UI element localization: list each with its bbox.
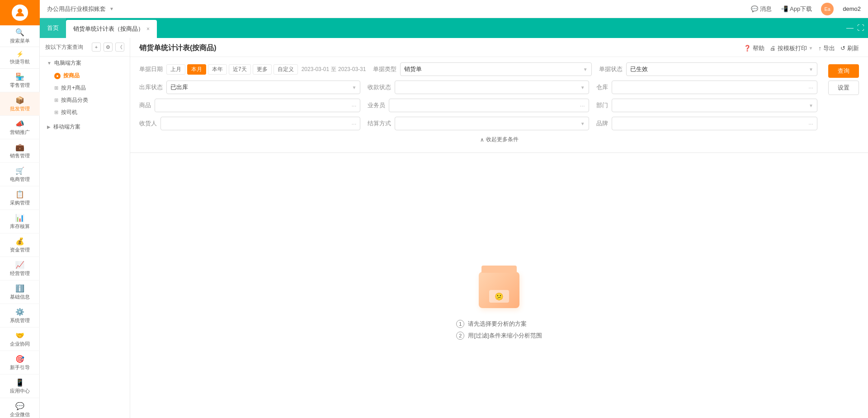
newguide-icon: 🎯	[15, 355, 24, 363]
collect-status-label: 收款状态	[368, 83, 391, 91]
tab-minimize-btn[interactable]: —	[846, 24, 854, 32]
help-label: 帮助	[753, 44, 764, 52]
salesperson-label: 业务员	[368, 101, 385, 109]
sidebar-item-marketing[interactable]: 📣 营销推广	[0, 116, 40, 139]
app-download-btn[interactable]: 📲 App下载	[781, 5, 812, 13]
settlement-select[interactable]: ▼	[395, 117, 589, 130]
sidebar-item-appcenter[interactable]: 📱 应用中心	[0, 375, 40, 398]
empty-text: 1 请先选择要分析的方案 2 用[过滤]条件来缩小分析范围	[456, 320, 542, 340]
message-btn[interactable]: 💬 消息	[751, 5, 772, 13]
industry-label: 办公用品行业模拟账套	[47, 5, 106, 13]
collapse-filter-btn[interactable]: ∧ 收起更多条件	[480, 136, 519, 143]
brand-select[interactable]: ···	[612, 117, 817, 130]
marketing-label: 营销推广	[10, 129, 30, 136]
sidebar-item-corpwechat[interactable]: 💬 企业微信	[0, 398, 40, 418]
step-1-label: 请先选择要分析的方案	[468, 320, 527, 328]
svg-point-0	[18, 9, 22, 13]
inventory-icon: 📊	[15, 214, 24, 222]
tab-active[interactable]: 销货单统计计表（按商品） ×	[66, 20, 157, 38]
sidebar-item-ecommerce[interactable]: 🛒 电商管理	[0, 163, 40, 186]
quicknav-item[interactable]: ⚡ 快捷导航	[0, 47, 40, 69]
tree-item-by-category[interactable]: ⊞ 按商品分类	[40, 94, 130, 106]
settlement-arrow: ▼	[580, 121, 585, 126]
retail-icon: 🏪	[15, 72, 24, 81]
doc-status-select[interactable]: 已生效 ▼	[626, 62, 817, 76]
sidebar-item-inventory[interactable]: 📊 库存核算	[0, 210, 40, 233]
procurement-label: 采购管理	[10, 200, 30, 206]
sidebar-item-wholesale[interactable]: 📦 批发管理	[0, 92, 40, 116]
tree-item-by-category-label: 按商品分类	[61, 96, 88, 104]
page-title: 销货单统计计表(按商品)	[139, 43, 217, 53]
tab-home[interactable]: 首页	[40, 18, 66, 38]
out-status-select[interactable]: 已出库 ▼	[166, 81, 360, 94]
sidebar-item-system[interactable]: ⚙️ 系统管理	[0, 304, 40, 328]
date-pill-this-year[interactable]: 本年	[208, 64, 227, 75]
ecommerce-label: 电商管理	[10, 176, 30, 183]
app-download-icon: 📲	[781, 5, 788, 12]
tree-expand-icon: ▼	[47, 61, 52, 66]
date-pill-more[interactable]: 更多	[253, 64, 272, 75]
sidebar-item-procurement[interactable]: 📋 采购管理	[0, 186, 40, 210]
tree-item-by-month-goods[interactable]: ⊞ 按月+商品	[40, 82, 130, 94]
receiver-ellipsis[interactable]: ···	[351, 120, 356, 127]
avatar[interactable]: Ea	[821, 3, 834, 15]
sidebar-item-operations[interactable]: 📈 经营管理	[0, 257, 40, 280]
tree-item-by-cashier[interactable]: ⊞ 按司机	[40, 106, 130, 119]
date-pill-custom[interactable]: 自定义	[274, 64, 298, 75]
logo-icon	[12, 5, 28, 21]
tab-close-btn[interactable]: ×	[146, 26, 150, 32]
tree-item-grid-icon-1: ⊞	[54, 85, 58, 91]
date-range-separator: 至	[331, 66, 336, 73]
finance-label: 资金管理	[10, 247, 30, 253]
sidebar-item-retail[interactable]: 🏪 零售管理	[0, 69, 40, 92]
sidebar-item-newguide[interactable]: 🎯 新手引导	[0, 351, 40, 375]
empty-step-1: 1 请先选择要分析的方案	[456, 320, 542, 328]
search-menu-item[interactable]: 🔍 搜索菜单	[0, 25, 40, 47]
basic-icon: ℹ️	[15, 284, 24, 293]
brand-ellipsis[interactable]: ···	[808, 120, 813, 127]
date-range-start: 2023-03-01	[302, 66, 329, 72]
doc-type-select[interactable]: 销货单 ▼	[400, 62, 591, 76]
print-dropdown-icon[interactable]: ▼	[809, 46, 813, 51]
export-btn[interactable]: ↑ 导出	[819, 44, 835, 52]
tree-section-mobile[interactable]: ▶ 移动端方案	[40, 120, 130, 133]
print-btn[interactable]: 🖨 按模板打印 ▼	[770, 44, 813, 52]
settings-button[interactable]: 设置	[828, 81, 859, 95]
refresh-btn[interactable]: ↺ 刷新	[840, 44, 859, 52]
goods-ellipsis[interactable]: ···	[351, 102, 356, 109]
help-btn[interactable]: ❓ 帮助	[744, 44, 764, 52]
tree-item-by-goods[interactable]: ● 按商品	[40, 70, 130, 82]
collect-status-select[interactable]: ▼	[395, 81, 589, 94]
sidebar-item-basic[interactable]: ℹ️ 基础信息	[0, 280, 40, 304]
warehouse-ellipsis[interactable]: ···	[808, 84, 813, 91]
logo[interactable]	[0, 0, 40, 25]
tab-expand-btn[interactable]: ⛶	[857, 24, 864, 32]
sidebar-item-sales[interactable]: 💼 销售管理	[0, 139, 40, 163]
tree-section-pc[interactable]: ▼ 电脑端方案	[40, 57, 130, 70]
receiver-label: 收货人	[139, 119, 157, 128]
receiver-select[interactable]: ···	[160, 117, 360, 130]
add-scheme-btn[interactable]: +	[92, 43, 101, 52]
date-pill-last-month[interactable]: 上月	[166, 64, 185, 75]
settings-scheme-btn[interactable]: ⚙	[104, 43, 113, 52]
user-name[interactable]: demo2	[843, 5, 861, 12]
goods-select[interactable]: ···	[155, 99, 360, 112]
industry-dropdown-arrow[interactable]: ▼	[109, 6, 114, 11]
sidebar: 🔍 搜索菜单 ⚡ 快捷导航 🏪 零售管理 📦 批发管理 📣 营销推广 💼 销售管…	[0, 0, 40, 418]
doc-type-arrow: ▼	[583, 67, 588, 72]
filter-area: 单据日期 上月 本月 本年 近7天 更多 自定义	[130, 57, 868, 153]
collapse-panel-btn[interactable]: 《	[115, 43, 124, 52]
date-pill-this-month[interactable]: 本月	[187, 64, 206, 75]
sidebar-item-enterprise[interactable]: 🤝 企业协同	[0, 328, 40, 351]
sidebar-item-finance[interactable]: 💰 资金管理	[0, 233, 40, 257]
salesperson-ellipsis[interactable]: ···	[580, 102, 585, 109]
date-pill-7days[interactable]: 近7天	[229, 64, 251, 75]
left-panel-title: 按以下方案查询	[45, 43, 83, 51]
query-button[interactable]: 查询	[828, 64, 859, 78]
procurement-icon: 📋	[15, 190, 24, 199]
department-select[interactable]: ▼	[612, 99, 817, 112]
warehouse-select[interactable]: ···	[612, 81, 817, 94]
operations-label: 经营管理	[10, 270, 30, 277]
salesperson-select[interactable]: ···	[389, 99, 589, 112]
export-label: 导出	[823, 44, 835, 52]
